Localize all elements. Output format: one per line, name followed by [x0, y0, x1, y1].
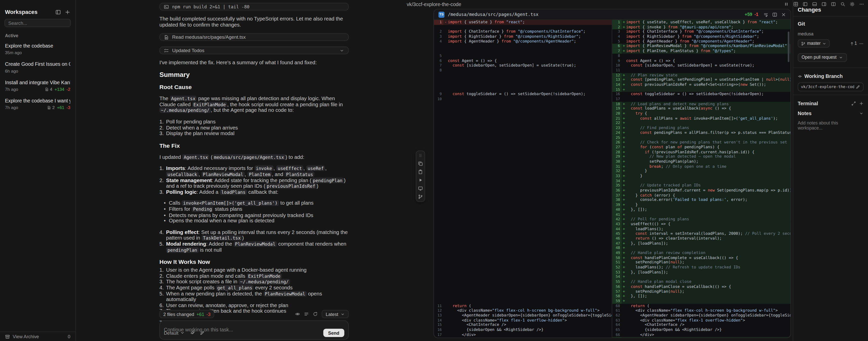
- attach-file-button[interactable]: [190, 330, 195, 335]
- tool-call-chip[interactable]: Read medusa/src/pages/Agent.tsx: [159, 33, 349, 41]
- model-selector[interactable]: Default: [164, 330, 185, 336]
- code-text: import { AgentHeader } from "@/component…: [626, 39, 790, 44]
- workspace-search[interactable]: [5, 19, 71, 27]
- panel-right-icon[interactable]: [822, 1, 827, 6]
- line-number: 7: [434, 63, 443, 68]
- chevron-down-icon[interactable]: [339, 48, 344, 53]
- diff-line: 30+ setPendingPlan(plan);: [612, 159, 790, 164]
- line-number: 53: [612, 270, 622, 275]
- play-icon[interactable]: [418, 178, 423, 183]
- new-terminal-button[interactable]: [859, 101, 864, 105]
- line-number: [434, 130, 443, 135]
- grid-icon[interactable]: [793, 1, 798, 6]
- line-number: 6: [612, 44, 622, 49]
- workspace-item[interactable]: Explore the codebase35m ago: [0, 40, 75, 59]
- notes-section-header[interactable]: Notes: [793, 108, 868, 118]
- code-text: const Agent = () => {: [448, 58, 612, 63]
- branch-selector[interactable]: master: [798, 39, 830, 48]
- diff-line: 12 <div className="flex flex-col h-scree…: [434, 308, 612, 313]
- version-selector[interactable]: Latest: [322, 310, 349, 318]
- grip-icon[interactable]: [418, 153, 423, 158]
- composer[interactable]: Default Send: [159, 320, 349, 340]
- diff-marker: +: [622, 155, 626, 159]
- eye-icon[interactable]: [295, 312, 300, 317]
- panel-left-icon[interactable]: [803, 1, 808, 6]
- diff-marker: [443, 198, 448, 203]
- view-archive-button[interactable]: View Archive 0: [0, 331, 75, 341]
- line-number: 8: [612, 54, 622, 58]
- open-pull-request-button[interactable]: Open pull request: [798, 53, 847, 62]
- edit-branch-icon[interactable]: [856, 85, 860, 89]
- workspace-item[interactable]: Explore the codebase I want you to ex...…: [0, 95, 75, 113]
- diff-marker: [443, 150, 448, 155]
- files-changed-toggle[interactable]: 2 files changed +61 -3: [159, 310, 214, 318]
- wrap-icon[interactable]: [764, 12, 769, 17]
- code-text: [448, 174, 612, 179]
- line-number: 2: [434, 30, 443, 34]
- working-branch-input[interactable]: [801, 85, 854, 89]
- expand-terminal-button[interactable]: [851, 101, 856, 105]
- archive-icon: [5, 334, 10, 339]
- more-icon[interactable]: [859, 1, 864, 6]
- pause-icon[interactable]: [784, 1, 789, 6]
- composer-toolbar: Default Send: [164, 329, 344, 337]
- gear-icon[interactable]: [850, 1, 855, 6]
- new-workspace-button[interactable]: [65, 9, 70, 15]
- split-icon[interactable]: [772, 12, 777, 17]
- clipboard-icon[interactable]: [418, 169, 423, 174]
- lines-icon[interactable]: [304, 312, 309, 317]
- refresh-icon[interactable]: [313, 312, 318, 317]
- line-number: 31: [612, 164, 622, 169]
- diff-marker: [443, 63, 448, 68]
- search-icon[interactable]: [840, 1, 845, 6]
- line-number: 62: [612, 313, 622, 318]
- diff-marker: [443, 251, 448, 255]
- diff-line: 14+ const previousPlanIdsRef = useRef<Se…: [612, 83, 790, 87]
- diff-line: 41+: [612, 212, 790, 217]
- code-text: for (const plan of pendingPlans) {: [626, 145, 790, 150]
- code-text: [448, 159, 612, 164]
- diff-line: [434, 83, 612, 87]
- code-text: break; // Only open one at a time: [626, 164, 790, 169]
- diff-line: 24+ const pendingPlans = allPlans.filter…: [612, 130, 790, 135]
- code-text: import { RightSidebar } from "@/componen…: [448, 34, 612, 39]
- git-branch-icon[interactable]: [418, 194, 423, 199]
- columns-2-icon[interactable]: [831, 1, 836, 6]
- collapse-notes-button[interactable]: [859, 111, 864, 116]
- workspace-item[interactable]: Create Good First Issues on Github So...…: [0, 59, 75, 77]
- diff-line: 43+ useEffect(() => {: [612, 222, 790, 227]
- chat-panel: npm run build 2>&1 | tail -80The build c…: [76, 0, 432, 341]
- code-text: [626, 135, 790, 140]
- line-number: 22: [612, 121, 622, 126]
- diff-line: [434, 270, 612, 275]
- diff-line: 1-import { useState } from "react";: [434, 20, 612, 25]
- panels-icon[interactable]: [55, 9, 61, 15]
- diff-marker: +: [622, 121, 626, 126]
- branch-menu-button[interactable]: [859, 41, 864, 46]
- code-text: import { PlanReviewModal } from "@/compo…: [626, 44, 790, 49]
- code-text: import { ChatInterface } from "@/compone…: [448, 30, 612, 34]
- terminal-section-header[interactable]: Terminal: [793, 98, 868, 108]
- workspaces-sidebar: Workspaces Active Explore the codebase35…: [0, 0, 76, 341]
- diff-line: [434, 169, 612, 174]
- code-text: [448, 275, 612, 280]
- diff-line: 51+ setPendingPlan(null);: [612, 260, 790, 265]
- additions-badge: +61: [57, 105, 64, 110]
- search-input[interactable]: [8, 20, 67, 26]
- close-icon[interactable]: [781, 12, 786, 17]
- tool-call-chip[interactable]: Updated Todos: [159, 46, 349, 54]
- code-text: [626, 97, 790, 102]
- split-diff: 1-import { useState } from "react";2impo…: [434, 20, 790, 338]
- diff-line: 6+import { PlanReviewModal } from "@/com…: [612, 44, 790, 49]
- workspace-item[interactable]: Install and integrate Vibe Kanban Web...…: [0, 77, 75, 95]
- copy-icon[interactable]: [418, 161, 423, 166]
- notes-placeholder[interactable]: Add notes about this workspace...: [793, 118, 868, 132]
- scrollbar-thumb[interactable]: [788, 32, 789, 62]
- panel-bottom-icon[interactable]: [812, 1, 817, 6]
- diff-line: 15 <ChatInterface />: [434, 323, 612, 328]
- edit-prompt-button[interactable]: [200, 330, 205, 335]
- working-branch-field[interactable]: [798, 82, 863, 91]
- monitor-icon[interactable]: [418, 186, 423, 191]
- diff-line: 56+ const handlePlanClose = useCallback(…: [612, 284, 790, 289]
- send-button[interactable]: Send: [323, 329, 344, 337]
